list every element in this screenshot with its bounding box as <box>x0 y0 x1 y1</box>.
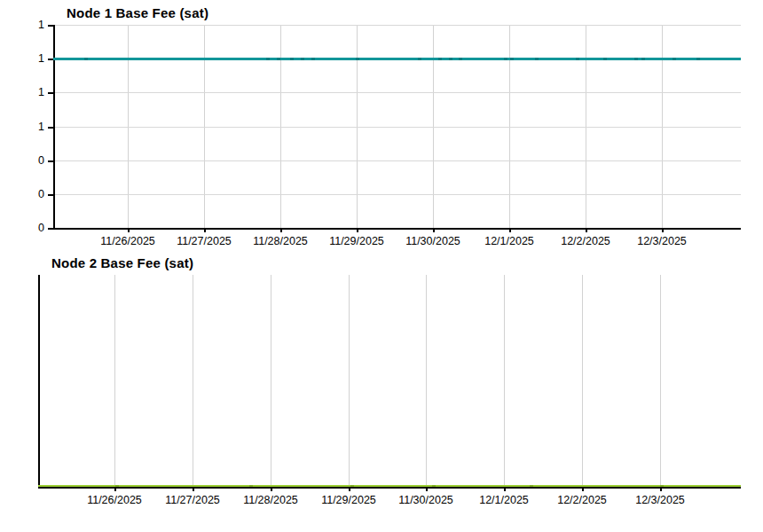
data-point-marker <box>311 58 315 60</box>
gridline-vertical <box>582 275 583 487</box>
data-point-marker <box>530 485 533 487</box>
x-tick-label: 12/2/2025 <box>548 235 623 247</box>
data-point-marker <box>634 58 638 60</box>
gridline-horizontal <box>53 160 741 161</box>
gridline-vertical <box>660 275 661 487</box>
y-tick-label: 0 <box>21 188 44 200</box>
dashboard-canvas: Node 1 Base Fee (sat) 11/26/202511/27/20… <box>0 0 763 532</box>
y-tick-label: 0 <box>21 222 44 234</box>
x-tick-label: 11/28/2025 <box>233 494 308 506</box>
x-tick-label: 11/29/2025 <box>311 494 386 506</box>
y-tick-label: 1 <box>21 86 44 98</box>
x-tick-label: 11/29/2025 <box>319 235 394 247</box>
data-point-marker <box>115 485 119 487</box>
gridline-horizontal <box>53 25 741 26</box>
y-tick-label: 1 <box>21 52 44 65</box>
x-tick-label: 12/3/2025 <box>623 494 697 506</box>
y-axis-line <box>53 25 55 228</box>
data-point-marker <box>418 58 421 60</box>
data-point-marker <box>449 58 452 60</box>
y-tick-label: 1 <box>21 19 44 31</box>
chart-title-node2: Node 2 Base Fee (sat) <box>51 255 193 270</box>
data-point-marker <box>459 58 462 60</box>
data-point-marker <box>510 58 514 60</box>
x-axis-line <box>38 487 741 489</box>
data-point-marker <box>438 58 442 60</box>
gridline-vertical <box>504 275 505 487</box>
data-point-marker <box>603 58 607 60</box>
data-point-marker <box>84 58 88 60</box>
y-tick-label: 1 <box>21 121 44 133</box>
gridline-horizontal <box>53 194 741 195</box>
y-tick-label: 0 <box>21 154 44 167</box>
x-tick-label: 11/28/2025 <box>243 235 318 247</box>
data-point-marker <box>696 58 700 60</box>
x-tick-label: 11/30/2025 <box>389 494 463 506</box>
x-tick-label: 12/2/2025 <box>545 494 619 506</box>
gridline-horizontal <box>53 127 741 128</box>
data-point-marker <box>576 58 579 60</box>
y-axis-line <box>38 275 40 487</box>
data-point-marker <box>673 58 676 60</box>
gridline-horizontal <box>53 92 741 93</box>
data-point-marker <box>535 58 539 60</box>
x-tick-label: 12/1/2025 <box>472 235 547 247</box>
gridline-vertical <box>271 275 271 487</box>
x-tick-label: 11/26/2025 <box>77 494 152 506</box>
plot-area-node2: 11/26/202511/27/202511/28/202511/29/2025… <box>38 275 741 487</box>
data-point-marker <box>356 58 359 60</box>
data-point-marker <box>350 485 354 487</box>
x-tick-label: 11/27/2025 <box>167 235 241 247</box>
data-point-marker <box>301 58 304 60</box>
chart-title-node1: Node 1 Base Fee (sat) <box>67 5 208 20</box>
data-point-marker <box>290 58 294 60</box>
plot-area-node1: 11/26/202511/27/202511/28/202511/29/2025… <box>53 25 741 228</box>
data-point-marker <box>432 485 436 487</box>
series-line <box>38 485 741 487</box>
x-tick-label: 11/30/2025 <box>396 235 470 247</box>
gridline-vertical <box>349 275 350 487</box>
data-point-marker <box>641 58 645 60</box>
data-point-marker <box>249 485 253 487</box>
x-tick-label: 12/3/2025 <box>625 235 699 247</box>
gridline-vertical <box>114 275 115 487</box>
data-point-marker <box>504 58 507 60</box>
data-point-marker <box>660 485 664 487</box>
x-tick-label: 11/26/2025 <box>90 235 165 247</box>
gridline-vertical <box>426 275 427 487</box>
data-point-marker <box>277 58 280 60</box>
x-axis-line <box>53 228 741 230</box>
x-tick-label: 12/1/2025 <box>467 494 541 506</box>
data-point-marker <box>266 58 270 60</box>
gridline-vertical <box>193 275 193 487</box>
x-tick-label: 11/27/2025 <box>155 494 230 506</box>
